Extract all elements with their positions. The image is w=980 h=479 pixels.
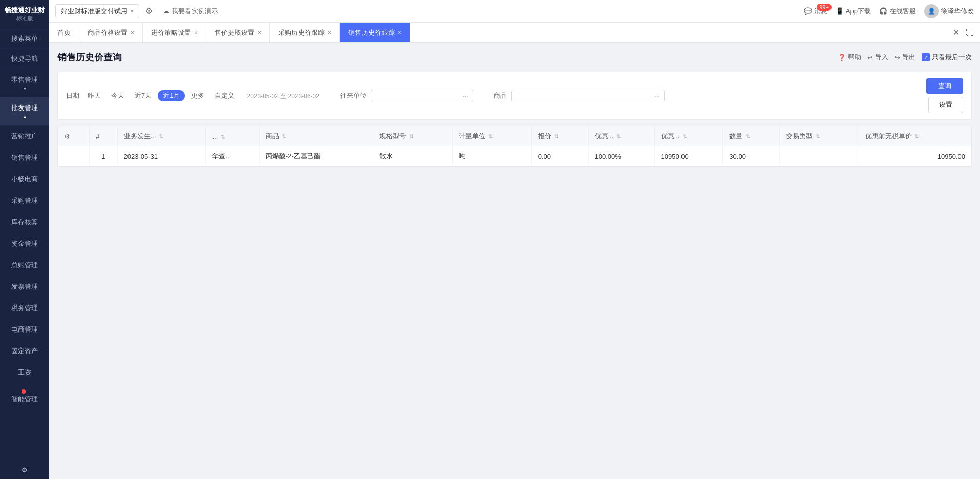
online-service-button[interactable]: 🎧 在线客服 bbox=[879, 7, 916, 16]
online-service-label: 在线客服 bbox=[889, 7, 916, 16]
sidebar-item-tax[interactable]: 税务管理 bbox=[0, 297, 49, 319]
date-yesterday[interactable]: 昨天 bbox=[83, 90, 105, 101]
col-more[interactable]: ... ⇅ bbox=[206, 126, 259, 146]
tab-label: 首页 bbox=[57, 28, 71, 37]
sidebar-item-inventory[interactable]: 库存核算 bbox=[0, 211, 49, 233]
col-product[interactable]: 商品 ⇅ bbox=[259, 126, 373, 146]
date-more[interactable]: 更多 bbox=[187, 90, 208, 101]
cell-trade-type bbox=[780, 146, 859, 166]
sidebar-item-wholesale[interactable]: 批发管理 ▴ bbox=[0, 97, 49, 125]
col-pretax-price[interactable]: 优惠前无税单价 ⇅ bbox=[859, 126, 971, 146]
filter-row: 日期 昨天 今天 近7天 近1月 更多 自定义 2023-05-02 至 202… bbox=[66, 78, 963, 113]
col-trade-type[interactable]: 交易类型 ⇅ bbox=[780, 126, 859, 146]
app-download-button[interactable]: 📱 App下载 bbox=[836, 7, 871, 16]
export-button[interactable]: ↪ 导出 bbox=[894, 53, 915, 62]
sidebar-search[interactable]: 搜索菜单 bbox=[0, 29, 49, 49]
version-selector[interactable]: 好业财标准版交付试用 ▾ bbox=[55, 4, 139, 18]
date-last1m[interactable]: 近1月 bbox=[158, 90, 185, 101]
page-actions: ❓ 帮助 ↩ 导入 ↪ 导出 ✓ 只看最后一次 bbox=[838, 53, 972, 62]
settings-gear-icon[interactable]: ⚙ bbox=[143, 4, 155, 18]
message-button[interactable]: 💬 消息 99+ bbox=[804, 7, 827, 16]
avatar-icon: 👤 bbox=[928, 8, 935, 15]
sidebar-quick-nav[interactable]: 快捷导航 bbox=[0, 49, 49, 69]
sidebar-item-settings[interactable]: ⚙ bbox=[0, 461, 49, 479]
sort-icon: ⇅ bbox=[616, 133, 621, 139]
date-last7[interactable]: 近7天 bbox=[131, 90, 156, 101]
sidebar-item-smart[interactable]: 智能管理 bbox=[0, 383, 49, 410]
sidebar-item-label: 零售管理 bbox=[11, 75, 38, 84]
sidebar-item-finance[interactable]: 资金管理 bbox=[0, 233, 49, 254]
tab-purchase-strategy[interactable]: 进价策略设置 × bbox=[143, 23, 206, 43]
tab-home[interactable]: 首页 bbox=[49, 23, 79, 43]
data-table: ⚙ # 业务发生... ⇅ ... ⇅ 商品 ⇅ 规格型号 ⇅ 计量单位 ⇅ 报… bbox=[58, 126, 971, 166]
col-price[interactable]: 报价 ⇅ bbox=[531, 126, 588, 146]
import-button[interactable]: ↩ 导入 bbox=[867, 53, 888, 62]
date-custom[interactable]: 自定义 bbox=[210, 90, 239, 101]
sidebar-item-accounting[interactable]: 总账管理 bbox=[0, 254, 49, 276]
gear-icon[interactable]: ⚙ bbox=[64, 133, 70, 140]
sidebar-item-ecommerce-small[interactable]: 小畅电商 bbox=[0, 168, 49, 190]
cell-unit: 吨 bbox=[453, 146, 532, 166]
message-badge: 99+ bbox=[817, 4, 832, 11]
demo-link[interactable]: ☁ 我要看实例演示 bbox=[163, 7, 218, 16]
col-num[interactable]: # bbox=[90, 126, 117, 146]
cell-pretax-price: 10950.00 bbox=[859, 146, 971, 166]
product-input[interactable]: ··· bbox=[511, 90, 665, 102]
source-unit-input[interactable]: ··· bbox=[371, 90, 473, 102]
source-unit-picker-icon[interactable]: ··· bbox=[463, 92, 468, 100]
sort-icon: ⇅ bbox=[159, 133, 163, 139]
sidebar-item-retail[interactable]: 零售管理 ▾ bbox=[0, 69, 49, 97]
headset-icon: 🎧 bbox=[879, 7, 887, 15]
col-spec[interactable]: 规格型号 ⇅ bbox=[373, 126, 453, 146]
tab-close-icon[interactable]: × bbox=[398, 29, 401, 36]
sidebar-item-label: 智能管理 bbox=[11, 395, 38, 404]
col-discount2[interactable]: 优惠... ⇅ bbox=[654, 126, 723, 146]
tab-purchase-history[interactable]: 采购历史价跟踪 × bbox=[270, 23, 340, 43]
expand-tab-button[interactable]: ⛶ bbox=[964, 26, 976, 39]
sidebar-item-purchase[interactable]: 采购管理 bbox=[0, 190, 49, 211]
sidebar-item-ecommerce[interactable]: 电商管理 bbox=[0, 319, 49, 340]
tab-close-icon[interactable]: × bbox=[328, 29, 331, 36]
cell-more: 华查... bbox=[206, 146, 259, 166]
tab-close-icon[interactable]: × bbox=[258, 29, 261, 36]
sidebar-item-label: 营销推广 bbox=[11, 132, 38, 141]
sidebar: 畅捷通好业财 标准版 搜索菜单 快捷导航 零售管理 ▾ 批发管理 ▴ 营销推广 … bbox=[0, 0, 49, 479]
main-area: 好业财标准版交付试用 ▾ ⚙ ☁ 我要看实例演示 💬 消息 99+ 📱 App下… bbox=[49, 0, 980, 479]
close-tab-button[interactable]: ✕ bbox=[951, 26, 962, 39]
product-picker-icon[interactable]: ··· bbox=[654, 92, 660, 100]
sidebar-item-label: 采购管理 bbox=[11, 196, 38, 205]
col-discount1[interactable]: 优惠... ⇅ bbox=[588, 126, 654, 146]
app-logo-line2: 标准版 bbox=[4, 15, 45, 23]
tab-product-price[interactable]: 商品价格设置 × bbox=[79, 23, 143, 43]
sidebar-item-invoice[interactable]: 发票管理 bbox=[0, 276, 49, 297]
query-button[interactable]: 查询 bbox=[926, 78, 963, 94]
user-profile[interactable]: 👤 徐泽华修改 bbox=[924, 4, 974, 18]
tab-close-icon[interactable]: × bbox=[194, 29, 198, 36]
setting-button[interactable]: 设置 bbox=[928, 97, 963, 113]
help-label: 帮助 bbox=[848, 53, 861, 62]
tab-label: 销售历史价跟踪 bbox=[348, 28, 395, 37]
help-icon: ❓ bbox=[838, 54, 846, 61]
col-unit[interactable]: 计量单位 ⇅ bbox=[453, 126, 532, 146]
col-gear[interactable]: ⚙ bbox=[58, 126, 90, 146]
date-today[interactable]: 今天 bbox=[107, 90, 129, 101]
sidebar-item-marketing[interactable]: 营销推广 bbox=[0, 125, 49, 147]
sidebar-item-label: 固定资产 bbox=[11, 346, 38, 356]
checkbox-icon: ✓ bbox=[922, 53, 930, 61]
date-filter: 日期 昨天 今天 近7天 近1月 更多 自定义 bbox=[66, 90, 239, 101]
cell-quantity: 30.00 bbox=[723, 146, 780, 166]
sort-icon: ⇅ bbox=[282, 133, 286, 139]
sidebar-item-fixed-assets[interactable]: 固定资产 bbox=[0, 340, 49, 362]
help-button[interactable]: ❓ 帮助 bbox=[838, 53, 861, 62]
tab-sales-history[interactable]: 销售历史价跟踪 × bbox=[340, 23, 410, 43]
tabbar: 首页 商品价格设置 × 进价策略设置 × 售价提取设置 × 采购历史价跟踪 × … bbox=[49, 23, 980, 43]
only-last-checkbox[interactable]: ✓ 只看最后一次 bbox=[922, 53, 972, 62]
tab-close-icon[interactable]: × bbox=[131, 29, 134, 36]
sidebar-item-salary[interactable]: 工资 bbox=[0, 362, 49, 383]
sidebar-item-sales[interactable]: 销售管理 bbox=[0, 147, 49, 168]
col-biz-date[interactable]: 业务发生... ⇅ bbox=[117, 126, 206, 146]
tab-sale-price[interactable]: 售价提取设置 × bbox=[206, 23, 270, 43]
col-quantity[interactable]: 数量 ⇅ bbox=[723, 126, 780, 146]
source-unit-label: 往来单位 bbox=[340, 91, 367, 100]
source-unit-filter: 往来单位 ··· bbox=[340, 90, 473, 102]
